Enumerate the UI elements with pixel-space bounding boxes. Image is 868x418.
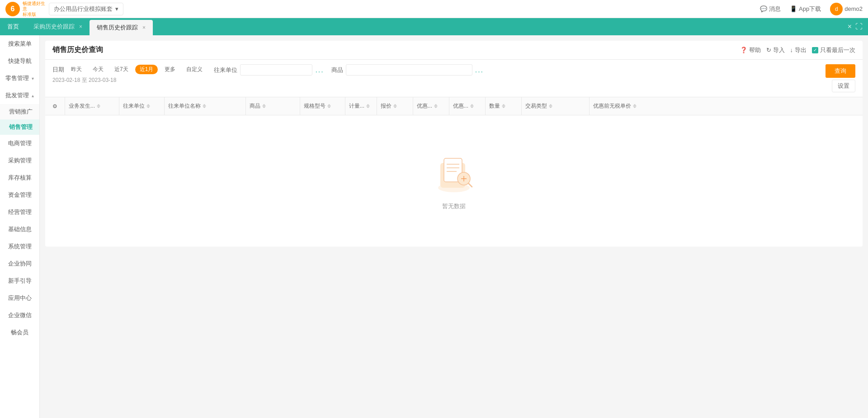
- sidebar-child-marketing[interactable]: 营销推广: [0, 104, 39, 119]
- sidebar-item-apps[interactable]: 应用中心: [0, 290, 39, 307]
- goods-input[interactable]: [346, 64, 472, 76]
- sidebar-inventory-label: 库存核算: [8, 174, 32, 182]
- sidebar-quick-nav-label: 快捷导航: [8, 57, 32, 65]
- logo-subtitle2: 标准版: [23, 12, 45, 17]
- th-unit[interactable]: 计量...: [345, 97, 377, 115]
- sidebar-item-member[interactable]: 畅会员: [0, 324, 39, 341]
- counterpart-input[interactable]: [240, 64, 312, 76]
- th-biz-date-label: 业务发生...: [69, 102, 95, 110]
- import-label: 导入: [773, 46, 785, 54]
- tab-sales-history[interactable]: 销售历史价跟踪 ×: [90, 20, 153, 35]
- date-label: 日期: [52, 66, 64, 74]
- th-discount2-label: 优惠...: [453, 102, 468, 110]
- th-trade-type[interactable]: 交易类型: [522, 97, 590, 115]
- sidebar-item-search[interactable]: 搜索菜单: [0, 35, 39, 52]
- sidebar-item-wholesale[interactable]: 批发管理 ▴: [0, 87, 39, 104]
- page-title-bar: 销售历史价查询 ❓ 帮助 ↻ 导入 ↓ 导出 ✓ 只看最后一次: [45, 41, 863, 60]
- th-goods[interactable]: 商品: [246, 97, 300, 115]
- sidebar-item-retail[interactable]: 零售管理 ▾: [0, 70, 39, 87]
- help-label: 帮助: [749, 46, 761, 54]
- sidebar-item-purchase[interactable]: 采购管理: [0, 152, 39, 169]
- date-btn-yesterday[interactable]: 昨天: [67, 64, 86, 75]
- app-download-button[interactable]: 📱 App下载: [790, 5, 821, 13]
- company-selector[interactable]: 办公用品行业模拟账套 ▾: [49, 3, 123, 15]
- sidebar-child-sales[interactable]: 销售管理: [0, 119, 39, 135]
- help-button[interactable]: ❓ 帮助: [740, 46, 761, 54]
- import-button[interactable]: ↻ 导入: [766, 46, 785, 54]
- query-button[interactable]: 查询: [826, 64, 855, 78]
- tab-home[interactable]: 首页: [0, 18, 26, 35]
- svg-line-7: [468, 183, 472, 187]
- sidebar-wechat-label: 企业微信: [8, 311, 32, 319]
- th-goods-sort: [262, 104, 266, 108]
- table-container: ⚙ 业务发生... 往来单位 往来单位名称 商品: [45, 97, 863, 247]
- logo-char: 6: [11, 5, 15, 13]
- sidebar-item-quick-nav[interactable]: 快捷导航: [0, 52, 39, 70]
- date-btn-more[interactable]: 更多: [160, 64, 179, 75]
- date-buttons-row: 日期 昨天 今天 近7天 近1月 更多 自定义: [52, 64, 207, 75]
- th-biz-date[interactable]: 业务发生...: [65, 97, 119, 115]
- sidebar-item-wechat[interactable]: 企业微信: [0, 307, 39, 324]
- tab-home-label: 首页: [7, 23, 19, 31]
- th-settings[interactable]: ⚙: [45, 97, 65, 115]
- th-discount2[interactable]: 优惠...: [449, 97, 486, 115]
- tab-purchase-close-icon[interactable]: ×: [79, 24, 82, 30]
- sidebar-item-ecommerce[interactable]: 电商管理: [0, 135, 39, 152]
- sidebar-marketing-label: 营销推广: [9, 108, 33, 115]
- fullscreen-btn[interactable]: ⛶: [855, 23, 863, 31]
- th-qty-label: 数量: [489, 102, 500, 110]
- empty-state: 暂无数据: [45, 115, 863, 247]
- th-discount1-sort: [434, 104, 438, 108]
- sidebar-member-label: 畅会员: [11, 328, 28, 337]
- th-no-tax-price[interactable]: 优惠前无税单价: [590, 97, 863, 115]
- sidebar-item-enterprise[interactable]: 企业协同: [0, 255, 39, 272]
- th-trade-type-sort: [549, 104, 552, 108]
- user-button[interactable]: d demo2: [830, 3, 863, 15]
- checkbox-icon: ✓: [812, 47, 818, 53]
- help-icon: ❓: [740, 47, 747, 53]
- th-goods-label: 商品: [250, 102, 260, 110]
- goods-filter-group: 商品 ...: [331, 64, 484, 76]
- th-unit-sort: [366, 104, 370, 108]
- th-counterpart-name[interactable]: 往来单位名称: [165, 97, 246, 115]
- top-right: 💬 消息 📱 App下载 d demo2: [760, 3, 863, 15]
- th-discount1[interactable]: 优惠...: [413, 97, 449, 115]
- th-quote-sort: [393, 104, 397, 108]
- sidebar-item-finance[interactable]: 资金管理: [0, 186, 39, 204]
- sidebar-item-system[interactable]: 系统管理: [0, 238, 39, 255]
- th-discount2-sort: [470, 104, 474, 108]
- th-quote-label: 报价: [381, 102, 392, 110]
- sidebar-basic-label: 基础信息: [8, 225, 32, 233]
- setting-button[interactable]: 设置: [832, 80, 855, 92]
- company-name: 办公用品行业模拟账套: [54, 5, 113, 13]
- tab-sales-label: 销售历史价跟踪: [97, 24, 138, 32]
- tab-purchase-label: 采购历史价跟踪: [33, 23, 75, 31]
- close-tab-btn[interactable]: ×: [848, 23, 852, 31]
- counterpart-select-icon[interactable]: ...: [315, 66, 324, 74]
- only-last-checkbox[interactable]: ✓ 只看最后一次: [812, 46, 855, 54]
- sidebar-item-basic[interactable]: 基础信息: [0, 221, 39, 238]
- th-qty[interactable]: 数量: [486, 97, 522, 115]
- sidebar-item-guide[interactable]: 新手引导: [0, 272, 39, 290]
- th-spec[interactable]: 规格型号: [300, 97, 345, 115]
- goods-select-icon[interactable]: ...: [475, 66, 484, 74]
- th-counterpart-code-sort: [146, 104, 150, 108]
- th-qty-sort: [502, 104, 505, 108]
- th-quote[interactable]: 报价: [377, 97, 413, 115]
- date-btn-today[interactable]: 今天: [89, 64, 108, 75]
- th-counterpart-code[interactable]: 往来单位: [119, 97, 165, 115]
- message-button[interactable]: 💬 消息: [760, 5, 781, 13]
- export-button[interactable]: ↓ 导出: [790, 46, 807, 54]
- app-label: App下载: [799, 5, 821, 13]
- sidebar-item-inventory[interactable]: 库存核算: [0, 169, 39, 186]
- date-btn-custom[interactable]: 自定义: [182, 64, 207, 75]
- date-btn-7days[interactable]: 近7天: [110, 64, 132, 75]
- message-label: 消息: [769, 5, 781, 13]
- date-btn-1month[interactable]: 近1月: [135, 65, 158, 74]
- tab-sales-close-icon[interactable]: ×: [142, 24, 146, 31]
- tab-bar: 首页 采购历史价跟踪 × 销售历史价跟踪 × × ⛶: [0, 18, 868, 35]
- tab-purchase-history[interactable]: 采购历史价跟踪 ×: [26, 18, 90, 35]
- th-no-tax-price-label: 优惠前无税单价: [593, 102, 631, 110]
- logo-area: 6 畅捷通好生意 标准版: [5, 1, 45, 17]
- sidebar-item-operations[interactable]: 经营管理: [0, 204, 39, 221]
